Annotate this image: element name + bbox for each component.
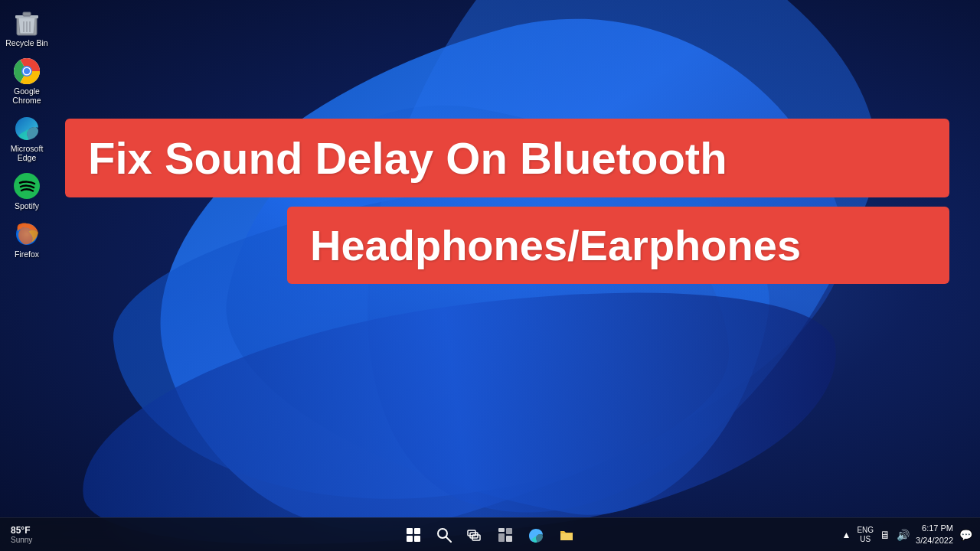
language-indicator[interactable]: ENG US <box>857 526 874 544</box>
svg-rect-24 <box>498 528 505 532</box>
chrome-image <box>13 57 41 85</box>
svg-rect-27 <box>506 536 512 542</box>
title-text-line1: Fix Sound Delay On Bluetooth <box>88 132 727 184</box>
edge-taskbar-button[interactable] <box>522 521 550 549</box>
recycle-bin-image <box>13 9 41 37</box>
network-icon[interactable]: 🖥 <box>878 527 892 543</box>
svg-point-19 <box>438 529 447 538</box>
taskbar-center <box>400 521 580 549</box>
tray-overflow-button[interactable]: ▲ <box>841 528 853 542</box>
weather-widget[interactable]: 85°F Sunny <box>6 525 32 544</box>
title-banner-line1: Fix Sound Delay On Bluetooth <box>65 119 949 197</box>
svg-line-20 <box>446 537 451 542</box>
title-banner-line2: Headphones/Earphones <box>287 207 949 284</box>
edge-image <box>13 115 41 142</box>
clock[interactable]: 6:17 PM 3/24/2022 <box>916 523 953 546</box>
file-explorer-button[interactable] <box>553 521 580 549</box>
recycle-bin-icon[interactable]: Recycle Bin <box>2 6 51 51</box>
svg-rect-25 <box>506 528 512 534</box>
lang-name: ENG <box>857 526 874 535</box>
edge-label: Microsoft Edge <box>5 144 48 163</box>
svg-point-12 <box>24 68 30 74</box>
search-button[interactable] <box>430 521 458 549</box>
weather-temp: 85°F <box>11 525 30 536</box>
title-overlay: Fix Sound Delay On Bluetooth Headphones/… <box>65 119 949 284</box>
spotify-image <box>13 172 41 200</box>
title-text-line2: Headphones/Earphones <box>310 220 801 270</box>
firefox-icon[interactable]: Firefox <box>2 217 51 262</box>
desktop-icons: Recycle Bin Google Chrome <box>0 0 54 268</box>
volume-icon[interactable]: 🔊 <box>895 527 911 543</box>
chrome-label: Google Chrome <box>5 86 48 106</box>
svg-rect-2 <box>23 12 31 16</box>
notification-button[interactable]: 💬 <box>958 527 974 543</box>
taskbar: 85°F Sunny <box>0 517 980 551</box>
svg-rect-18 <box>414 536 420 542</box>
svg-rect-17 <box>407 536 413 542</box>
firefox-label: Firefox <box>15 249 39 259</box>
spotify-icon[interactable]: Spotify <box>2 169 51 214</box>
widgets-button[interactable] <box>492 521 519 549</box>
system-tray: ▲ ENG US 🖥 🔊 6:17 PM 3/24/2022 💬 <box>841 523 975 546</box>
start-button[interactable] <box>400 521 427 549</box>
clock-date: 3/24/2022 <box>916 535 953 546</box>
task-view-button[interactable] <box>461 521 488 549</box>
spotify-label: Spotify <box>15 201 39 211</box>
chrome-icon[interactable]: Google Chrome <box>2 54 51 109</box>
firefox-image <box>13 220 41 248</box>
svg-rect-15 <box>407 528 413 534</box>
lang-region: US <box>860 535 871 544</box>
svg-rect-26 <box>498 533 505 542</box>
recycle-bin-label: Recycle Bin <box>5 38 47 48</box>
weather-desc: Sunny <box>11 536 32 544</box>
tray-icons: 🖥 🔊 <box>878 527 911 543</box>
edge-icon[interactable]: Microsoft Edge <box>2 112 51 166</box>
clock-time: 6:17 PM <box>922 523 953 534</box>
svg-rect-16 <box>414 528 420 534</box>
